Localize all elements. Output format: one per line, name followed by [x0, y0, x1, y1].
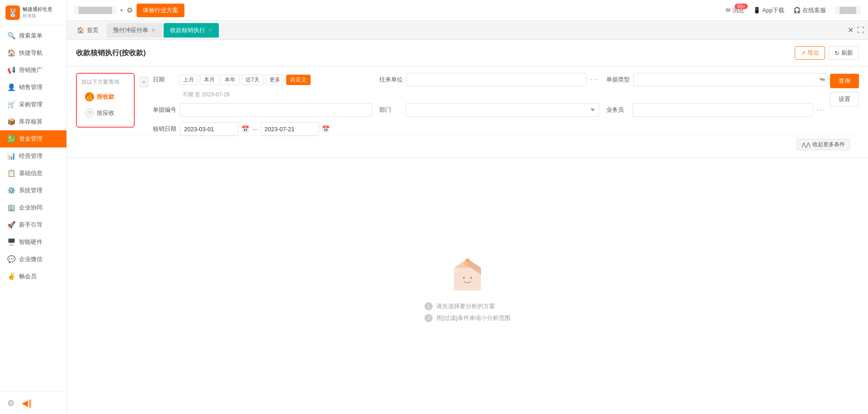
sidebar-item-member[interactable]: ✌️畅会员 — [0, 268, 66, 285]
refresh-button[interactable]: ↻ 刷新 — [829, 46, 859, 60]
enterprise-icon: 🏢 — [7, 204, 15, 212]
industry-solution-button[interactable]: 体验行业方案 — [137, 4, 184, 17]
system-icon: ⚙️ — [7, 186, 15, 195]
sidebar-item-inventory[interactable]: 📦库存核算 — [0, 113, 66, 130]
date-btn-more[interactable]: 更多 — [265, 75, 284, 85]
tab-receipts-close[interactable]: ✕ — [208, 27, 212, 33]
sidebar-item-wechat[interactable]: 💬企业微信 — [0, 251, 66, 268]
finance-icon: 💹 — [7, 135, 15, 143]
tab-home[interactable]: 🏠 首页 — [71, 23, 105, 38]
date-btn-7days[interactable]: 近7天 — [241, 75, 264, 85]
verify-date-end-calendar-icon[interactable]: 📅 — [322, 125, 330, 133]
basic-info-icon: 📋 — [7, 169, 15, 177]
message-icon: ✉ — [726, 7, 731, 14]
topbar-dropdown-icon[interactable]: ▾ — [120, 7, 123, 14]
home-icon: 🏠 — [77, 27, 84, 33]
staff-picker-button[interactable]: ··· — [817, 106, 826, 114]
date-btn-this-year[interactable]: 本年 — [221, 75, 240, 85]
date-filter-row: 日期 上月 本月 本年 近7天 更多 自定义 — [153, 75, 372, 85]
staff-label: 业务员 — [606, 106, 629, 114]
dept-select[interactable] — [406, 103, 599, 117]
staff-input[interactable] — [632, 103, 813, 117]
user-profile[interactable]: ████ — [835, 6, 861, 14]
sidebar-logo: 🐰 畅捷通好生意 标准版 — [0, 0, 66, 25]
topbar-gear-icon[interactable]: ⚙ — [127, 6, 133, 14]
export-icon: ↗ — [801, 50, 806, 57]
counterparty-input[interactable] — [406, 73, 586, 86]
sidebar-item-sales[interactable]: 👤销售管理 — [0, 79, 66, 96]
doc-no-label: 单据编号 — [153, 106, 176, 114]
filter-by-receipt[interactable]: 💰 按收款 — [81, 90, 129, 104]
verify-date-start-input[interactable] — [180, 122, 239, 136]
tab-prepay-close[interactable]: ✕ — [151, 27, 156, 33]
collapse-sidebar-icon[interactable]: ◀‖ — [22, 398, 32, 408]
sales-icon: 👤 — [7, 83, 15, 91]
sidebar-item-quick-nav[interactable]: 🏠快捷导航 — [0, 44, 66, 62]
counterparty-filter-row: 往来单位 ··· — [379, 73, 599, 86]
doc-type-select[interactable] — [633, 73, 828, 86]
svg-point-8 — [470, 277, 472, 279]
export-button[interactable]: ↗ 导出 — [795, 46, 825, 60]
date-btn-last-month[interactable]: 上月 — [179, 75, 198, 85]
receipt-icon: 💰 — [85, 92, 94, 101]
tab-prepay[interactable]: 预付冲应付单 ✕ — [107, 23, 162, 38]
doc-type-chevron-icon: ▾ — [822, 76, 826, 83]
sidebar-item-operation[interactable]: 📊经营管理 — [0, 148, 66, 165]
verify-date-end-input[interactable] — [260, 122, 319, 136]
empty-hint-2: 2 用[过滤]条件来缩小分析范围 — [425, 314, 510, 322]
sidebar-item-enterprise[interactable]: 🏢企业协同 — [0, 199, 66, 216]
tab-receipts[interactable]: 收款核销执行 ✕ — [164, 23, 219, 38]
online-service-button[interactable]: 🎧 在线客服 — [793, 6, 826, 14]
wechat-icon: 💬 — [7, 255, 15, 263]
message-badge: 99+ — [735, 4, 748, 9]
sidebar-item-basic-info[interactable]: 📋基础信息 — [0, 165, 66, 182]
more-conditions-bar: ⋀⋀ 收起更多条件 — [76, 136, 859, 153]
sidebar-item-finance[interactable]: 💹资金管理 — [0, 130, 66, 148]
search-button[interactable]: 查询 — [830, 74, 859, 88]
sidebar-item-search-menu[interactable]: 🔍搜索菜单 — [0, 27, 66, 44]
message-button[interactable]: ✉ 消息 99+ — [726, 6, 744, 14]
sidebar-item-system[interactable]: ⚙️系统管理 — [0, 182, 66, 199]
verify-date-label: 核销日期 — [153, 125, 176, 133]
staff-filter-row: 业务员 ··· — [606, 103, 826, 117]
main-content: ████████ ▾ ⚙ 体验行业方案 ✉ 消息 99+ 📱 App下载 🎧 在… — [67, 0, 868, 414]
sidebar-footer: ⚙ ◀‖ — [0, 391, 66, 414]
verify-date-start-calendar-icon[interactable]: 📅 — [241, 125, 249, 133]
date-btn-this-month[interactable]: 本月 — [200, 75, 219, 85]
topbar: ████████ ▾ ⚙ 体验行业方案 ✉ 消息 99+ 📱 App下载 🎧 在… — [67, 0, 868, 21]
filter-container: 按以下方案查询 💰 按收款 ⏱ 按应收 « — [67, 67, 868, 158]
filter-by-receivable[interactable]: ⏱ 按应收 — [81, 106, 129, 120]
doc-type-label: 单据类型 — [606, 76, 630, 84]
collapse-more-button[interactable]: ⋀⋀ 收起更多条件 — [797, 139, 850, 150]
settings-icon[interactable]: ⚙ — [7, 398, 14, 408]
page-title: 收款核销执行(按收款) — [76, 48, 146, 64]
counterparty-label: 往来单位 — [379, 76, 403, 84]
dept-filter-row: 部门 — [379, 103, 599, 117]
date-btn-custom[interactable]: 自定义 — [286, 75, 311, 85]
doc-no-input[interactable] — [180, 103, 372, 117]
filter-scheme-panel: 按以下方案查询 💰 按收款 ⏱ 按应收 — [76, 73, 135, 128]
quick-nav-icon: 🏠 — [7, 49, 15, 57]
empty-hint-1: 1 请先选择要分析的方案 — [425, 302, 510, 310]
sidebar-item-hardware[interactable]: 🖥️智能硬件 — [0, 233, 66, 251]
sidebar-item-purchase[interactable]: 🛒采购管理 — [0, 96, 66, 113]
sidebar-item-marketing[interactable]: 📢营销推广 — [0, 62, 66, 79]
app-download-button[interactable]: 📱 App下载 — [753, 6, 784, 14]
app-logo-icon: 🐰 — [5, 5, 20, 20]
sidebar-item-beginner[interactable]: 🚀新手引导 — [0, 216, 66, 233]
setting-button[interactable]: 设置 — [830, 92, 859, 106]
inventory-icon: 📦 — [7, 118, 15, 126]
tab-maximize-button[interactable]: ⛶ — [857, 26, 864, 34]
tab-close-window-button[interactable]: ✕ — [848, 26, 854, 34]
counterparty-picker-button[interactable]: ··· — [590, 76, 599, 84]
mobile-icon: 📱 — [753, 7, 760, 14]
collapse-filter-button[interactable]: « — [139, 76, 148, 87]
marketing-icon: 📢 — [7, 66, 15, 74]
date-label: 日期 — [153, 76, 175, 84]
sidebar-nav: 🔍搜索菜单🏠快捷导航📢营销推广👤销售管理🛒采购管理📦库存核算💹资金管理📊经营管理… — [0, 25, 66, 391]
sidebar: 🐰 畅捷通好生意 标准版 🔍搜索菜单🏠快捷导航📢营销推广👤销售管理🛒采购管理📦库… — [0, 0, 67, 414]
page-header: 收款核销执行(按收款) ↗ 导出 ↻ 刷新 — [67, 40, 868, 67]
empty-state: 1 请先选择要分析的方案 2 用[过滤]条件来缩小分析范围 — [67, 158, 868, 414]
purchase-icon: 🛒 — [7, 100, 15, 109]
doc-type-filter-row: 单据类型 ▾ — [606, 73, 826, 86]
